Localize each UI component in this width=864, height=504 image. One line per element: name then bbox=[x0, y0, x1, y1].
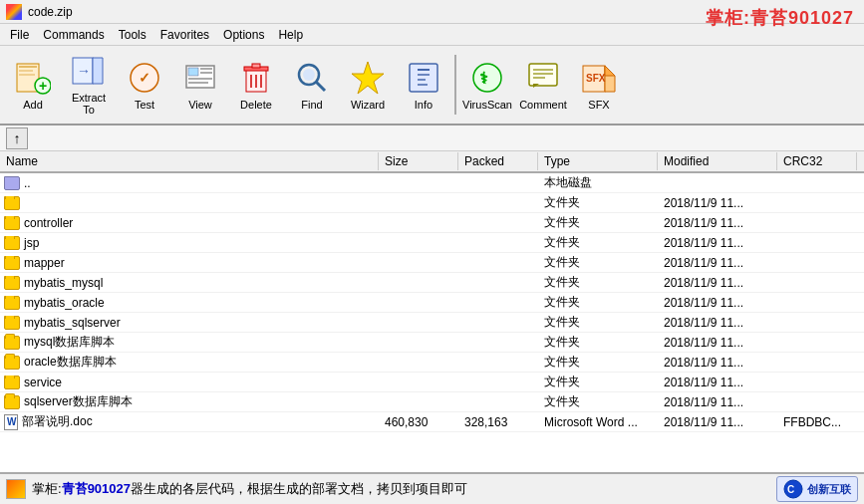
file-name: mybatis_oracle bbox=[24, 296, 105, 310]
header-type[interactable]: Type bbox=[538, 152, 658, 170]
header-name[interactable]: Name bbox=[0, 152, 379, 170]
toolbar-sfx-button[interactable]: SFX SFX bbox=[572, 51, 626, 119]
file-modified: 2018/11/9 11... bbox=[658, 336, 777, 350]
toolbar-extract-button[interactable]: → Extract To bbox=[62, 51, 116, 119]
table-row[interactable]: mapper文件夹2018/11/9 11... bbox=[0, 253, 864, 273]
file-name: oracle数据库脚本 bbox=[24, 354, 117, 371]
table-row[interactable]: controller文件夹2018/11/9 11... bbox=[0, 213, 864, 233]
file-type: 文件夹 bbox=[538, 194, 658, 211]
find-icon bbox=[293, 59, 331, 97]
svg-rect-2 bbox=[19, 70, 33, 72]
folder-icon bbox=[4, 276, 20, 290]
toolbar-info-button[interactable]: Info bbox=[397, 51, 450, 119]
status-highlight: 青苔901027 bbox=[62, 481, 131, 496]
table-row[interactable]: service文件夹2018/11/9 11... bbox=[0, 373, 864, 392]
file-name: jsp bbox=[24, 236, 39, 250]
status-text: 掌柜:青苔901027器生成的各层代码，根据生成的部署文档，拷贝到项目即可 bbox=[32, 480, 770, 498]
svg-text:SFX: SFX bbox=[586, 73, 606, 84]
toolbar-virusscan-button[interactable]: ⚕ VirusScan bbox=[460, 51, 514, 119]
svg-rect-13 bbox=[200, 68, 212, 70]
toolbar-wizard-button[interactable]: Wizard bbox=[341, 51, 395, 119]
table-row[interactable]: jsp文件夹2018/11/9 11... bbox=[0, 233, 864, 253]
file-type: 文件夹 bbox=[538, 234, 658, 251]
menu-tools[interactable]: Tools bbox=[113, 26, 152, 44]
file-size: 460,830 bbox=[379, 415, 458, 429]
menu-file[interactable]: File bbox=[4, 26, 35, 44]
table-row[interactable]: 文件夹2018/11/9 11... bbox=[0, 193, 864, 213]
folder-icon bbox=[4, 236, 20, 250]
parent-icon bbox=[4, 176, 20, 190]
file-modified: 2018/11/9 11... bbox=[658, 316, 777, 330]
svg-text:→: → bbox=[77, 63, 91, 79]
toolbar-comment-button[interactable]: Comment bbox=[516, 51, 570, 119]
table-row[interactable]: mybatis_sqlserver文件夹2018/11/9 11... bbox=[0, 313, 864, 333]
table-row[interactable]: sqlserver数据库脚本文件夹2018/11/9 11... bbox=[0, 392, 864, 412]
table-row[interactable]: mybatis_mysql文件夹2018/11/9 11... bbox=[0, 273, 864, 293]
add-label: Add bbox=[23, 99, 43, 111]
file-modified: 2018/11/9 11... bbox=[658, 256, 777, 270]
test-icon: ✓ bbox=[126, 59, 163, 97]
wizard-label: Wizard bbox=[351, 99, 385, 111]
svg-marker-26 bbox=[352, 62, 384, 94]
table-row[interactable]: mysql数据库脚本文件夹2018/11/9 11... bbox=[0, 333, 864, 353]
table-row[interactable]: mybatis_oracle文件夹2018/11/9 11... bbox=[0, 293, 864, 313]
toolbar-delete-button[interactable]: Delete bbox=[229, 51, 283, 119]
file-modified: 2018/11/9 11... bbox=[658, 196, 777, 210]
folder-icon bbox=[4, 296, 20, 310]
file-modified: 2018/11/9 11... bbox=[658, 356, 777, 370]
status-suffix: 器生成的各层代码，根据生成的部署文档，拷贝到项目即可 bbox=[131, 481, 467, 496]
toolbar-separator bbox=[454, 55, 456, 115]
extract-icon: → bbox=[70, 54, 108, 90]
file-type: 文件夹 bbox=[538, 214, 658, 231]
find-label: Find bbox=[301, 99, 322, 111]
status-bar: 掌柜:青苔901027器生成的各层代码，根据生成的部署文档，拷贝到项目即可 C … bbox=[0, 472, 864, 504]
file-modified: 2018/11/9 11... bbox=[658, 276, 777, 290]
file-name: controller bbox=[24, 216, 73, 230]
comment-icon bbox=[524, 59, 562, 97]
wizard-icon bbox=[349, 59, 387, 97]
menu-commands[interactable]: Commands bbox=[37, 26, 110, 44]
svg-text:+: + bbox=[39, 78, 47, 94]
file-name: .. bbox=[24, 176, 31, 190]
svg-rect-16 bbox=[188, 82, 208, 84]
file-type: Microsoft Word ... bbox=[538, 415, 658, 429]
title-text: code.zip bbox=[28, 5, 73, 19]
header-crc32[interactable]: CRC32 bbox=[777, 152, 857, 170]
file-type: 文件夹 bbox=[538, 314, 658, 331]
svg-rect-1 bbox=[19, 66, 37, 68]
file-type: 文件夹 bbox=[538, 393, 658, 410]
header-size[interactable]: Size bbox=[379, 152, 458, 170]
svg-text:C: C bbox=[787, 484, 794, 495]
header-packed[interactable]: Packed bbox=[458, 152, 538, 170]
add-icon: + bbox=[14, 59, 52, 97]
header-modified[interactable]: Modified bbox=[658, 152, 777, 170]
info-icon bbox=[405, 59, 442, 97]
info-label: Info bbox=[415, 99, 432, 111]
table-row[interactable]: oracle数据库脚本文件夹2018/11/9 11... bbox=[0, 353, 864, 373]
svg-line-24 bbox=[316, 82, 325, 91]
menu-options[interactable]: Options bbox=[217, 26, 270, 44]
menu-favorites[interactable]: Favorites bbox=[154, 26, 215, 44]
comment-label: Comment bbox=[519, 99, 567, 111]
nav-up-button[interactable]: ↑ bbox=[6, 127, 28, 149]
toolbar-find-button[interactable]: Find bbox=[285, 51, 339, 119]
table-row[interactable]: ..本地磁盘 bbox=[0, 173, 864, 193]
view-icon bbox=[181, 59, 219, 97]
folder-icon bbox=[4, 216, 20, 230]
sfx-label: SFX bbox=[588, 99, 609, 111]
toolbar-add-button[interactable]: + Add bbox=[6, 51, 60, 119]
file-crc32: FFBDBC... bbox=[777, 415, 857, 429]
table-row[interactable]: 部署说明.doc460,830328,163Microsoft Word ...… bbox=[0, 412, 864, 432]
svg-marker-7 bbox=[93, 58, 103, 84]
file-type: 文件夹 bbox=[538, 274, 658, 291]
file-modified: 2018/11/9 11... bbox=[658, 376, 777, 389]
file-list-header: Name Size Packed Type Modified CRC32 bbox=[0, 151, 864, 173]
delete-icon bbox=[237, 59, 275, 97]
file-name: sqlserver数据库脚本 bbox=[24, 393, 133, 410]
svg-rect-19 bbox=[252, 64, 260, 68]
toolbar-view-button[interactable]: View bbox=[173, 51, 227, 119]
file-name: mybatis_sqlserver bbox=[24, 316, 121, 330]
menu-help[interactable]: Help bbox=[272, 26, 309, 44]
toolbar-test-button[interactable]: ✓ Test bbox=[118, 51, 171, 119]
extract-label: Extract To bbox=[65, 92, 113, 116]
